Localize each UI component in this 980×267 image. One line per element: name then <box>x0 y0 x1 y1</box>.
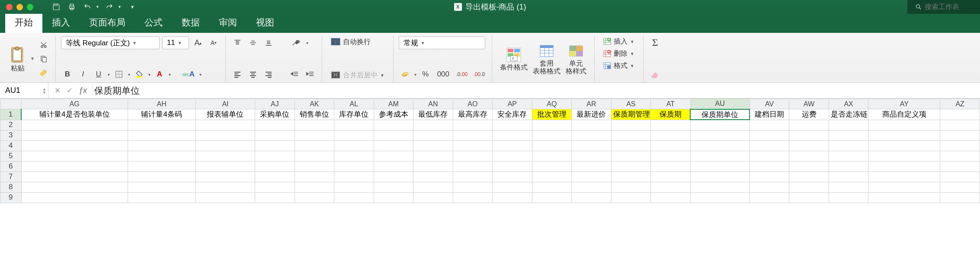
cell[interactable] <box>128 140 195 151</box>
search-sheets[interactable] <box>907 0 980 14</box>
conditional-format-button[interactable]: ≠ 条件格式 <box>497 46 530 71</box>
cell[interactable] <box>413 172 453 182</box>
decrease-indent-icon[interactable] <box>288 68 301 80</box>
cell[interactable] <box>789 130 829 140</box>
phonetic-dropdown[interactable]: ▾ <box>199 72 202 77</box>
cell[interactable]: 保质期管理 <box>611 109 651 120</box>
cell[interactable] <box>334 130 374 140</box>
cell[interactable] <box>255 120 295 130</box>
cell[interactable] <box>128 172 195 182</box>
cell[interactable] <box>789 182 829 192</box>
cell[interactable] <box>255 172 295 182</box>
cell[interactable] <box>295 120 334 130</box>
row-header-1[interactable]: 1 <box>0 109 22 120</box>
cell[interactable] <box>195 192 255 203</box>
align-left-icon[interactable] <box>231 68 244 80</box>
close-window[interactable] <box>6 4 13 10</box>
cell[interactable] <box>374 120 413 130</box>
cell[interactable] <box>829 120 868 130</box>
cell[interactable] <box>611 161 651 172</box>
column-header-AR[interactable]: AR <box>572 99 612 109</box>
cell[interactable] <box>493 182 532 192</box>
cell[interactable] <box>940 120 980 130</box>
cell[interactable] <box>453 182 493 192</box>
cell[interactable] <box>749 172 789 182</box>
cell[interactable] <box>611 172 651 182</box>
cell[interactable] <box>690 192 749 203</box>
cell[interactable] <box>690 182 749 192</box>
cell[interactable] <box>334 161 374 172</box>
align-middle-icon[interactable] <box>247 37 259 49</box>
comma-button[interactable]: 000 <box>435 68 452 80</box>
cell[interactable]: 库存单位 <box>334 109 374 120</box>
cell[interactable] <box>532 140 572 151</box>
cell[interactable]: 是否走冻链 <box>829 109 868 120</box>
cell[interactable] <box>789 172 829 182</box>
merge-center-button[interactable]: 合并后居中 ▼ <box>327 70 388 81</box>
paste-dropdown[interactable]: ▼ <box>30 56 35 61</box>
select-all-corner[interactable] <box>0 99 22 109</box>
cell[interactable] <box>21 192 128 203</box>
cell[interactable]: 保质期单位 <box>690 109 749 120</box>
clear-button[interactable] <box>649 69 662 81</box>
cell[interactable] <box>128 192 195 203</box>
cell[interactable] <box>453 161 493 172</box>
cell[interactable] <box>749 120 789 130</box>
insert-cells-button[interactable]: 插入▼ <box>600 36 638 47</box>
cell[interactable] <box>453 120 493 130</box>
cell[interactable] <box>334 192 374 203</box>
cell[interactable]: 保质期 <box>651 109 691 120</box>
cell[interactable] <box>532 130 572 140</box>
cell[interactable] <box>868 130 940 140</box>
search-input[interactable] <box>925 3 972 11</box>
cut-icon[interactable] <box>37 39 50 51</box>
column-header-AW[interactable]: AW <box>789 99 829 109</box>
redo-dropdown[interactable]: ▼ <box>118 5 122 9</box>
cell[interactable] <box>453 130 493 140</box>
cell[interactable]: 辅计量4条码 <box>128 109 195 120</box>
cell[interactable] <box>195 151 255 161</box>
cell[interactable] <box>413 192 453 203</box>
zoom-window[interactable] <box>27 4 33 10</box>
cell[interactable] <box>532 172 572 182</box>
cell[interactable] <box>413 120 453 130</box>
underline-button[interactable]: U <box>92 68 105 80</box>
cell[interactable] <box>868 172 940 182</box>
undo-icon[interactable] <box>82 2 93 12</box>
cell[interactable] <box>295 140 334 151</box>
cell[interactable] <box>295 151 334 161</box>
qat-customize[interactable]: ▼ <box>130 4 135 10</box>
cell[interactable] <box>532 161 572 172</box>
cell[interactable] <box>413 140 453 151</box>
cell[interactable] <box>868 161 940 172</box>
cell[interactable] <box>651 192 691 203</box>
number-format-select[interactable]: 常规▼ <box>399 36 485 49</box>
tab-review[interactable]: 审阅 <box>209 13 247 33</box>
orientation-button[interactable]: ab <box>288 37 304 49</box>
name-box[interactable]: AU1 ▴▾ <box>0 83 48 98</box>
cell[interactable] <box>128 161 195 172</box>
cell[interactable] <box>651 182 691 192</box>
cell[interactable] <box>868 120 940 130</box>
cell[interactable] <box>611 151 651 161</box>
cell[interactable] <box>690 130 749 140</box>
spreadsheet-grid[interactable]: AGAHAIAJAKALAMANAOAPAQARASATAUAVAWAXAYAZ… <box>0 99 980 203</box>
cell[interactable]: 安全库存 <box>493 109 532 120</box>
cell[interactable] <box>940 130 980 140</box>
cell[interactable] <box>21 120 128 130</box>
cell[interactable] <box>413 182 453 192</box>
undo-dropdown[interactable]: ▼ <box>96 5 99 9</box>
cell[interactable] <box>572 182 612 192</box>
cell[interactable] <box>295 161 334 172</box>
cell[interactable] <box>374 151 413 161</box>
cell[interactable] <box>611 182 651 192</box>
column-header-AP[interactable]: AP <box>493 99 532 109</box>
column-header-AK[interactable]: AK <box>295 99 334 109</box>
cell[interactable] <box>195 130 255 140</box>
column-header-AG[interactable]: AG <box>21 99 128 109</box>
format-cells-button[interactable]: 格式▼ <box>600 60 638 71</box>
cell[interactable] <box>789 120 829 130</box>
cell[interactable] <box>940 140 980 151</box>
cell[interactable] <box>295 130 334 140</box>
delete-cells-button[interactable]: 删除▼ <box>600 48 638 59</box>
